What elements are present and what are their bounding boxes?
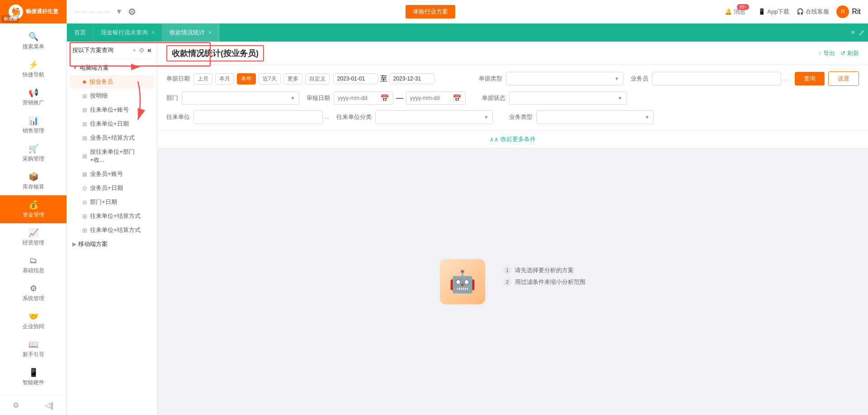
calendar-icon-2[interactable]: 📅: [453, 94, 462, 103]
export-btn[interactable]: ↑ 导出: [819, 49, 835, 57]
dept-label: 部门: [166, 94, 178, 102]
filter-docstatus: 单据状态 ▼: [482, 91, 627, 105]
date-btn-thisyear[interactable]: 本年: [237, 73, 256, 85]
sidebar-item-operations[interactable]: 📈 经营管理: [0, 223, 66, 251]
tab-cashflow-close[interactable]: ×: [151, 29, 155, 36]
date-range: 至: [333, 73, 434, 84]
scheme-item-salesperson-date[interactable]: ⊙ 业务员+日期: [70, 181, 154, 195]
scheme-item-partner-dept[interactable]: ⊞ 按往来单位+部门+收...: [70, 145, 154, 167]
app-download-btn[interactable]: 📱 App下载: [758, 8, 789, 16]
refresh-btn[interactable]: ↺ 刷新: [840, 49, 859, 57]
empty-steps: 1 请先选择要分析的方案 2 用过滤条件来缩小分析范围: [503, 266, 585, 290]
corp-icon: 🤝: [28, 311, 38, 321]
date-to-input[interactable]: [389, 73, 434, 84]
date-btn-thismonth[interactable]: 本月: [215, 73, 234, 85]
biztype-select[interactable]: ▼: [536, 110, 654, 124]
sidebar-label-basicinfo: 基础信息: [23, 267, 44, 274]
sidebar-item-sales[interactable]: 📊 销售管理: [0, 111, 66, 139]
sidebar-item-marketing[interactable]: 📢 营销推广: [0, 83, 66, 111]
settings-icon[interactable]: ⚙: [128, 6, 136, 17]
maximize-btn[interactable]: ⤢: [859, 28, 864, 37]
partner-more[interactable]: ...: [325, 114, 329, 120]
scheme-item-partner-date[interactable]: ⊞ 往来单位+日期: [70, 117, 154, 131]
dept-select[interactable]: ▼: [182, 91, 299, 105]
export-icon: ↑: [819, 50, 822, 57]
scheme-settings-btn[interactable]: ⚙: [139, 47, 145, 54]
scheme-item-dept-date[interactable]: ⊙ 部门+日期: [70, 195, 154, 209]
step-1-text: 请先选择要分析的方案: [515, 266, 574, 274]
docstatus-chevron: ▼: [618, 95, 623, 101]
tab-collections[interactable]: 收款情况统计 ×: [162, 24, 219, 42]
user-menu[interactable]: R Rit: [836, 5, 861, 18]
add-scheme-btn[interactable]: +: [132, 47, 136, 54]
scheme-group-desktop: ▼ 电脑端方案 ● 按业务员 ⊞ 按明细 ⊞ 往来单位+账号: [67, 61, 157, 237]
date-btn-7days[interactable]: 近7天: [259, 73, 281, 85]
close-tab-btn[interactable]: ×: [851, 28, 855, 37]
scheme-item-partner-payment1[interactable]: ⊞ 往来单位+结算方式: [70, 209, 154, 223]
collapse-panel-btn[interactable]: «: [147, 46, 151, 54]
tab-home[interactable]: 首页: [67, 24, 94, 42]
sidebar-item-quicknav[interactable]: ⚡ 快捷导航: [0, 55, 66, 83]
sidebar-item-basicinfo[interactable]: 🗂 基础信息: [0, 251, 66, 279]
salesperson-input[interactable]: [652, 72, 781, 85]
doctype-select[interactable]: ▼: [506, 72, 623, 85]
docstatus-label: 单据状态: [482, 94, 505, 102]
scheme-item-salesperson-payment[interactable]: ⊞ 业务员+结算方式: [70, 131, 154, 145]
biztype-chevron: ▼: [645, 114, 650, 120]
set-btn[interactable]: 设置: [828, 71, 859, 86]
tab-collections-close[interactable]: ×: [208, 29, 212, 36]
sidebar-item-wechat[interactable]: 💬 企业微信: [0, 391, 66, 395]
sidebar-item-search[interactable]: 🔍 搜索菜单: [0, 27, 66, 55]
collapse-sidebar-btn[interactable]: ◁‖: [45, 401, 54, 410]
message-icon: 🔔: [725, 8, 732, 15]
partner-date-icon: ⊞: [82, 121, 87, 127]
docstatus-select[interactable]: ▼: [509, 91, 627, 105]
topbar: — — — — — ▼ ⚙ 体验行业方案 🔔 消息 99+ 📱 App下载 🎧 …: [67, 0, 868, 24]
scheme-group-mobile: ▶ 移动端方案: [67, 237, 157, 251]
collapse-bar[interactable]: ∧∧ 收起更多条件: [157, 131, 868, 148]
service-btn[interactable]: 🎧 在线客服: [797, 8, 829, 16]
date-from-input[interactable]: [333, 73, 378, 84]
sidebar-item-system[interactable]: ⚙ 系统管理: [0, 279, 66, 307]
date-btn-custom[interactable]: 自定义: [305, 73, 330, 85]
salesperson-more[interactable]: ...: [783, 75, 788, 82]
date-btn-lastmonth[interactable]: 上月: [193, 73, 212, 85]
scheme-group-desktop-header[interactable]: ▼ 电脑端方案: [67, 61, 157, 75]
sidebar-item-hardware[interactable]: 📱 智能硬件: [0, 363, 66, 391]
query-btn[interactable]: 查询: [795, 72, 825, 85]
search-icon: 🔍: [28, 32, 38, 42]
partner-input[interactable]: [193, 110, 323, 124]
date-btn-more[interactable]: 更多: [283, 73, 302, 85]
review-date-from[interactable]: [338, 95, 378, 101]
partner-category-select[interactable]: ▼: [375, 110, 493, 124]
tab-cashflow[interactable]: 现金银行流水查询 ×: [94, 24, 162, 42]
scheme-item-detail[interactable]: ⊞ 按明细: [70, 89, 154, 103]
scheme-item-salesperson-account-label: 业务员+账号: [90, 170, 123, 178]
scheme-item-partner-payment2[interactable]: ⊞ 往来单位+结算方式: [70, 223, 154, 237]
scheme-item-partner-account[interactable]: ⊞ 往来单位+账号: [70, 103, 154, 117]
marketing-icon: 📢: [28, 88, 38, 98]
sidebar-label-purchase: 采购管理: [23, 155, 44, 163]
scheme-item-salesperson-account[interactable]: ⊠ 业务员+账号: [70, 167, 154, 181]
scheme-item-partner-payment2-label: 往来单位+结算方式: [90, 226, 141, 234]
sidebar-label-corp: 企业协同: [23, 323, 44, 330]
scheme-group-mobile-label: 移动端方案: [78, 240, 108, 248]
sidebar-item-finance[interactable]: 💰 资金管理: [0, 195, 66, 223]
sidebar-item-purchase[interactable]: 🛒 采购管理: [0, 139, 66, 167]
sidebar-item-guide[interactable]: 📖 新手引导: [0, 335, 66, 363]
doctype-chevron: ▼: [614, 76, 619, 81]
scheme-item-salesperson[interactable]: ● 按业务员: [70, 75, 154, 89]
settings-btn[interactable]: ⚙: [13, 401, 19, 410]
sidebar-item-inventory[interactable]: 📦 库存核算: [0, 167, 66, 195]
topbar-actions: 体验行业方案: [406, 5, 455, 19]
dropdown-arrow[interactable]: ▼: [115, 8, 123, 16]
scheme-group-mobile-header[interactable]: ▶ 移动端方案: [67, 237, 157, 251]
messages-btn[interactable]: 🔔 消息 99+: [725, 8, 745, 16]
filter-row-2: 部门 ▼ 审核日期 📅 —: [166, 91, 859, 105]
review-date-to[interactable]: [410, 95, 451, 101]
calendar-icon[interactable]: 📅: [380, 94, 389, 103]
sidebar-item-corp[interactable]: 🤝 企业协同: [0, 307, 66, 335]
collapse-btn[interactable]: ∧∧ 收起更多条件: [490, 135, 536, 143]
trial-btn[interactable]: 体验行业方案: [406, 5, 455, 19]
page-header-actions: ↑ 导出 ↺ 刷新: [819, 49, 859, 57]
